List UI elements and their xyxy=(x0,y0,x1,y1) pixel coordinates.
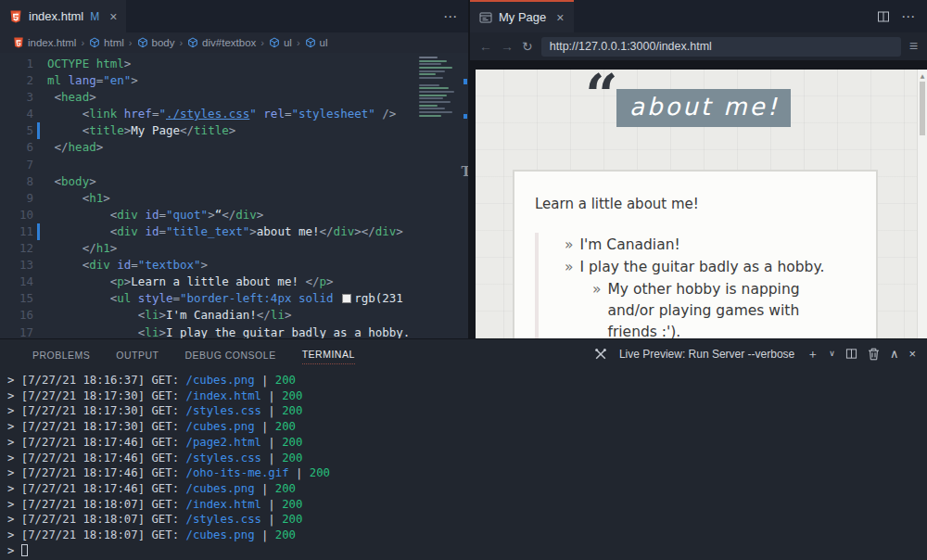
new-terminal-icon[interactable]: ＋ xyxy=(806,348,819,360)
trash-icon[interactable] xyxy=(868,348,880,361)
line-number: 14 xyxy=(0,274,33,290)
editor-tabbar-right: My Page × ⋯ xyxy=(470,0,927,32)
tab-output[interactable]: OUTPUT xyxy=(116,344,159,364)
breadcrumb-item-ul[interactable]: ul xyxy=(269,37,292,48)
minimap-line xyxy=(419,57,438,58)
code-line[interactable]: 15 <ul style="border-left:4px solid rgb(… xyxy=(0,290,469,307)
split-editor-icon[interactable] xyxy=(877,10,890,23)
chevron-down-icon[interactable]: ∨ xyxy=(829,350,835,358)
editor-tabbar-left: index.html M × ⋯ xyxy=(0,0,469,32)
status-code: 200 xyxy=(282,498,302,511)
code-line[interactable]: 1OCTYPE html> xyxy=(0,56,469,72)
code-editor[interactable]: 1OCTYPE html>2ml lang="en">3 <head>4 <li… xyxy=(0,53,469,338)
request-path[interactable]: /oho-its-me.gif xyxy=(186,466,289,479)
terminal-cursor xyxy=(21,544,28,556)
breadcrumb-item-html[interactable]: html xyxy=(89,37,124,48)
tab-problems[interactable]: PROBLEMS xyxy=(32,344,90,364)
list-item-text: I'm Canadian! xyxy=(579,235,679,256)
refresh-icon[interactable]: ↻ xyxy=(522,40,533,53)
code-text: <h1> xyxy=(40,190,110,207)
code-text: <p>Learn a little about me! </p> xyxy=(40,274,334,290)
code-line[interactable]: 7 xyxy=(0,157,469,173)
code-text: <head> xyxy=(40,89,96,106)
split-terminal-icon[interactable] xyxy=(845,348,857,360)
tab-my-page[interactable]: My Page × xyxy=(470,0,574,32)
code-line[interactable]: 5 <title>My Page</title> xyxy=(0,122,469,139)
list-item: » I'm Canadian! xyxy=(565,235,857,256)
code-line[interactable]: 8 <body> xyxy=(0,173,469,190)
request-path[interactable]: /cubes.png xyxy=(186,482,255,495)
list-marker: » xyxy=(565,257,573,278)
line-number: 5 xyxy=(0,122,33,139)
close-icon[interactable]: × xyxy=(556,10,564,25)
terminal-output[interactable]: > [7/27/21 18:16:37] GET: /cubes.png | 2… xyxy=(0,370,927,556)
forward-icon[interactable]: → xyxy=(501,40,514,53)
code-line[interactable]: 3 <head> xyxy=(0,89,469,106)
terminal-prompt-line[interactable]: > xyxy=(7,543,927,556)
back-icon[interactable]: ← xyxy=(479,40,492,53)
request-path[interactable]: /cubes.png xyxy=(186,374,255,387)
menu-icon[interactable]: ≡ xyxy=(909,39,918,54)
status-code: 200 xyxy=(282,389,302,402)
terminal-line: > [7/27/21 18:17:30] GET: /styles.css | … xyxy=(7,403,927,419)
code-text: <body> xyxy=(40,173,96,190)
symbol-cube-icon xyxy=(137,37,148,48)
page-title: about me! xyxy=(616,89,791,127)
breadcrumb-item-ul[interactable]: ul xyxy=(305,37,328,48)
html5-icon xyxy=(13,37,24,48)
more-actions-icon[interactable]: ⋯ xyxy=(901,8,916,25)
request-path[interactable]: /page2.html xyxy=(186,436,261,449)
more-actions-icon[interactable]: ⋯ xyxy=(443,8,458,25)
breadcrumb-item-index-html[interactable]: index.html xyxy=(13,37,76,48)
code-line[interactable]: 16 <li>I'm Canadian!</li> xyxy=(0,307,469,324)
code-line[interactable]: 12 </h1> xyxy=(0,240,469,257)
list-subitem-text: My other hobby is napping and/or playing… xyxy=(607,279,841,338)
close-panel-icon[interactable]: × xyxy=(908,348,916,360)
bottom-panel: PROBLEMS OUTPUT DEBUG CONSOLE TERMINAL L… xyxy=(0,338,927,560)
tab-debug-console[interactable]: DEBUG CONSOLE xyxy=(185,344,276,364)
code-line[interactable]: 6 </head> xyxy=(0,139,469,156)
breadcrumb-label: div#textbox xyxy=(202,37,256,48)
code-line[interactable]: 9 <h1> xyxy=(0,190,469,207)
maximize-panel-icon[interactable]: ∧ xyxy=(890,348,899,360)
tools-icon xyxy=(594,348,607,361)
vscode-window: index.html M × ⋯ index.html›html›body›di… xyxy=(0,0,927,560)
scrollbar-thumb[interactable] xyxy=(920,82,925,135)
code-line[interactable]: 14 <p>Learn a little about me! </p> xyxy=(0,274,469,290)
code-line[interactable]: 4 <link href="./styles.css" rel="stylesh… xyxy=(0,106,469,122)
minimap-line xyxy=(419,91,454,93)
request-path[interactable]: /styles.css xyxy=(186,452,261,465)
minimap[interactable]: T xyxy=(419,57,464,335)
list-subitem: » My other hobby is napping and/or playi… xyxy=(592,279,857,338)
minimap-line xyxy=(419,67,452,69)
code-line[interactable]: 10 <div id="quot">“</div> xyxy=(0,207,469,223)
request-path[interactable]: /index.html xyxy=(186,389,261,402)
close-icon[interactable]: × xyxy=(109,9,117,24)
tab-terminal[interactable]: TERMINAL xyxy=(302,343,355,364)
tab-index-html[interactable]: index.html M × xyxy=(0,0,126,32)
code-line[interactable]: 17 <li>I play the guitar badly as a hobb… xyxy=(0,325,469,339)
code-line[interactable]: 13 <div id="textbox"> xyxy=(0,257,469,274)
minimap-line xyxy=(419,111,452,113)
code-line[interactable]: 2ml lang="en"> xyxy=(0,72,469,89)
request-path[interactable]: /styles.css xyxy=(186,404,261,417)
minimap-line xyxy=(419,87,449,89)
code-text: <title>My Page</title> xyxy=(40,122,235,139)
breadcrumb-label: index.html xyxy=(28,37,76,48)
breadcrumb-separator: › xyxy=(129,37,133,48)
scroll-up-icon[interactable]: ▲ xyxy=(918,70,927,79)
breadcrumb-item-div-textbox[interactable]: div#textbox xyxy=(187,37,256,48)
code-line[interactable]: 11 <div id="title_text">about me!</div><… xyxy=(0,223,469,240)
preview-scrollbar[interactable]: ▲ xyxy=(917,70,927,338)
request-path[interactable]: /index.html xyxy=(186,498,261,511)
request-path[interactable]: /cubes.png xyxy=(186,528,255,541)
line-number: 6 xyxy=(0,139,33,156)
code-text: <li>I'm Canadian!</li> xyxy=(40,307,291,324)
url-input[interactable]: http://127.0.0.1:3000/index.html xyxy=(541,37,901,57)
breadcrumb-item-body[interactable]: body xyxy=(137,37,175,48)
request-path[interactable]: /cubes.png xyxy=(186,420,255,433)
terminal-line: > [7/27/21 18:17:46] GET: /page2.html | … xyxy=(7,435,927,451)
list-marker: » xyxy=(592,279,601,338)
terminal-process-label[interactable]: Live Preview: Run Server --verbose xyxy=(619,348,794,361)
request-path[interactable]: /styles.css xyxy=(186,513,261,526)
